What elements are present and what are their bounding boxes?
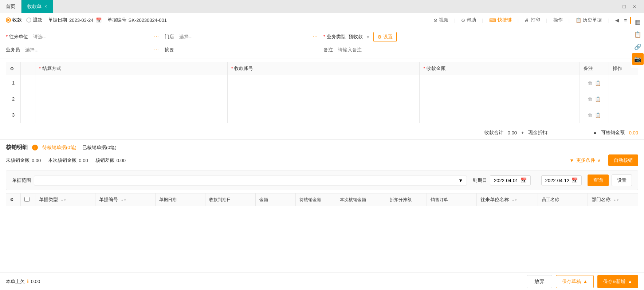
row-2-account[interactable] <box>35 91 228 107</box>
bill-date-value[interactable]: 2023-03-24 <box>69 17 94 23</box>
pending-tab[interactable]: 待核销单据(0笔) <box>42 144 76 151</box>
remark-input[interactable] <box>336 46 638 54</box>
calendar-icon[interactable]: 📅 <box>96 17 102 23</box>
select-all-checkbox[interactable] <box>24 197 30 202</box>
tab-collection[interactable]: 收款单 × <box>21 0 53 13</box>
counterpart-label: * 往来单位 <box>6 34 28 40</box>
bill-no-value[interactable]: SK-20230324-001 <box>129 17 167 23</box>
tab-close-icon[interactable]: × <box>44 0 47 13</box>
row-1-remark[interactable] <box>420 75 580 91</box>
more-conditions-button[interactable]: ▼ 更多条件 ∧ <box>569 157 601 164</box>
detail-type-header: 单据类型 ▲▼ <box>35 193 95 206</box>
cash-discount-input[interactable] <box>553 129 589 136</box>
counterpart-more-icon[interactable]: ··· <box>154 34 159 40</box>
toolbar-right: ⊙ 视频 | ⊙ 帮助 | ⌨ 快捷键 | 🖨 打印 | 操作 | <box>432 16 638 24</box>
row-2-amount[interactable] <box>227 91 420 107</box>
detail-amount-header: 金额 <box>255 193 295 206</box>
calendar-from-icon[interactable]: 📅 <box>521 177 527 183</box>
row-3-remark[interactable] <box>420 107 580 123</box>
save-draft-arrow-icon: ▲ <box>583 279 588 284</box>
window-close-button[interactable]: × <box>631 2 638 11</box>
completed-tab[interactable]: 已核销单据(0笔) <box>82 144 117 151</box>
row-1-copy-icon[interactable]: 📋 <box>595 80 601 86</box>
row-2-settlement[interactable] <box>21 91 35 107</box>
store-more-icon[interactable]: ··· <box>313 34 318 40</box>
range-select[interactable]: ▼ <box>34 176 467 185</box>
summary-input[interactable] <box>177 46 318 54</box>
row-2-copy-icon[interactable]: 📋 <box>595 96 601 102</box>
filter-icon: ▼ <box>569 158 574 163</box>
sidebar-camera-icon[interactable]: 📷 <box>632 53 644 65</box>
writeoff-section: 核销明细 i 待核销单据(0笔) 已核销单据(0笔) 未核销金额 0.00 本次… <box>0 140 644 211</box>
sidebar-link-icon[interactable]: 🔗 <box>632 41 644 52</box>
dropdown-icon[interactable]: ▼ <box>366 34 370 40</box>
save-draft-button[interactable]: 保存草稿 ▲ <box>556 275 594 288</box>
row-3-account[interactable] <box>35 107 228 123</box>
row-2-remark[interactable] <box>420 91 580 107</box>
abandon-button[interactable]: 放弃 <box>527 275 552 288</box>
uncanceled-stat: 未核销金额 0.00 <box>6 157 41 164</box>
print-button[interactable]: 🖨 打印 <box>523 16 542 24</box>
range-filter: 单据范围 ▼ <box>12 176 467 185</box>
radio-collection[interactable]: 收款 <box>6 17 22 23</box>
row-1-settlement[interactable] <box>21 75 35 91</box>
tab-home[interactable]: 首页 <box>0 0 21 13</box>
row-1-delete-icon[interactable]: 🗑 <box>588 80 593 86</box>
sidebar-clipboard-icon[interactable]: 📋 <box>632 28 644 40</box>
date-from-input[interactable]: 2022-04-01 📅 <box>490 175 531 185</box>
operation-button[interactable]: 操作 <box>552 16 564 24</box>
setting-button[interactable]: ⚙ 设置 <box>373 32 397 42</box>
bill-date-field: 单据日期 2023-03-24 📅 <box>48 17 102 23</box>
row-3-delete-icon[interactable]: 🗑 <box>588 112 593 118</box>
view-list-button[interactable]: ≡ <box>622 17 629 24</box>
bottom-bar: 本单上欠 ℹ 0.00 放弃 保存草稿 ▲ 保存&新增 ▲ <box>0 273 644 290</box>
detail-gear-header[interactable]: ⚙ <box>6 193 21 206</box>
window-max-button[interactable]: □ <box>620 2 628 11</box>
detail-current-header: 本次核销金额 <box>336 193 386 206</box>
staff-more-icon[interactable]: ··· <box>154 47 159 53</box>
store-input[interactable] <box>177 32 310 41</box>
radio-refund-label: 退款 <box>33 17 42 23</box>
uncanceled-value: 0.00 <box>32 158 41 163</box>
table-settings-header[interactable]: ⚙ <box>6 62 21 75</box>
form-row-2: 业务员 ··· 摘要 备注 <box>6 46 638 54</box>
collection-table-area: ⚙ * 结算方式 * 收款账号 * 收款金额 备注 操作 <box>0 59 644 126</box>
staff-input[interactable] <box>23 46 151 54</box>
summary-label: 摘要 <box>165 47 174 53</box>
auto-writeoff-button[interactable]: 自动核销 <box>608 154 638 166</box>
sidebar-table-icon[interactable]: ▦ <box>632 16 644 28</box>
view-prev-button[interactable]: ◀ <box>613 17 621 24</box>
due-date-label: 到期日 <box>473 177 487 184</box>
settings-button[interactable]: 设置 <box>612 175 632 186</box>
row-1-account[interactable] <box>35 75 228 91</box>
diff-value: 0.00 <box>117 158 126 163</box>
history-button[interactable]: 📋 历史单据 <box>574 16 603 24</box>
writeoff-stats: 未核销金额 0.00 本次核销金额 0.00 核销差额 0.00 ▼ 更多条件 … <box>6 154 638 166</box>
date-to-input[interactable]: 2022-04-12 📅 <box>541 175 582 185</box>
row-3-settlement[interactable] <box>21 107 35 123</box>
diff-stat: 核销差额 0.00 <box>95 157 126 164</box>
window-min-button[interactable]: — <box>608 2 617 11</box>
radio-refund[interactable]: 退款 <box>26 17 42 23</box>
video-button[interactable]: ⊙ 视频 <box>432 16 450 24</box>
help-button[interactable]: ⊙ 帮助 <box>460 16 478 24</box>
verifiable-value: 0.00 <box>629 130 638 136</box>
row-2-delete-icon[interactable]: 🗑 <box>588 96 593 102</box>
summary-row: 收款合计 0.00 + 现金折扣: = 可核销金额 0.00 <box>0 126 644 140</box>
bottom-info-icon[interactable]: ℹ <box>27 279 29 284</box>
save-new-button[interactable]: 保存&新增 ▲ <box>597 275 638 288</box>
writeoff-info-icon[interactable]: i <box>32 145 38 150</box>
save-new-arrow-icon: ▲ <box>628 279 632 284</box>
current-value: 0.00 <box>79 158 88 163</box>
calendar-to-icon[interactable]: 📅 <box>572 177 578 183</box>
query-button[interactable]: 查询 <box>588 175 609 186</box>
detail-checkbox-header[interactable] <box>21 193 35 206</box>
row-1-amount[interactable] <box>227 75 420 91</box>
counterpart-input[interactable] <box>31 32 151 41</box>
history-icon: 📋 <box>576 17 581 23</box>
row-3-amount[interactable] <box>227 107 420 123</box>
shortcut-button[interactable]: ⌨ 快捷键 <box>488 16 513 24</box>
radio-refund-circle <box>26 17 31 23</box>
table-row: 3 🗑 📋 <box>6 107 638 123</box>
row-3-copy-icon[interactable]: 📋 <box>595 112 601 118</box>
